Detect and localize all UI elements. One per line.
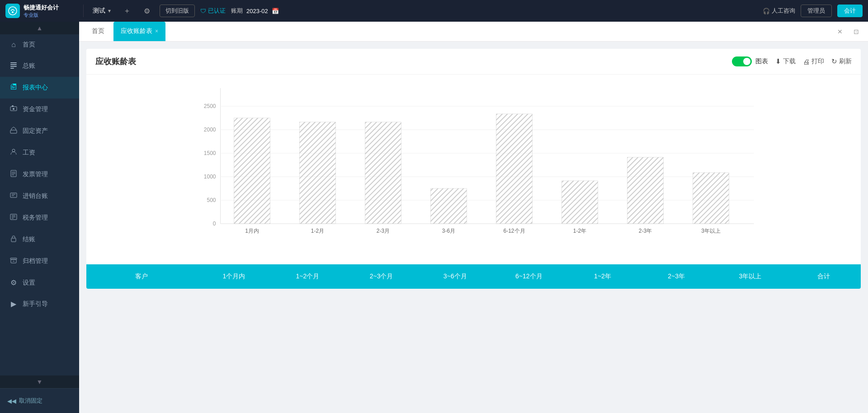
print-icon: 🖨 — [803, 58, 810, 66]
svg-rect-3 — [10, 64, 17, 65]
sidebar-item-label: 发票管理 — [23, 170, 48, 178]
headset-icon: 🎧 — [763, 8, 770, 14]
scroll-down-button[interactable]: ▼ — [0, 375, 79, 388]
sidebar-item-label: 工资 — [23, 149, 35, 157]
settings-icon[interactable]: ⚙ — [140, 4, 154, 18]
service-button[interactable]: 🎧 人工咨询 — [763, 7, 795, 15]
sidebar-item-salary[interactable]: 工资 — [0, 142, 79, 164]
svg-rect-37 — [431, 188, 467, 224]
sidebar-item-tax[interactable]: 税务管理 — [0, 207, 79, 229]
download-button[interactable]: ⬇ 下载 — [775, 57, 796, 66]
svg-rect-8 — [10, 130, 17, 133]
sidebar-bottom: ◀◀ 取消固定 — [0, 388, 79, 413]
svg-rect-31 — [234, 118, 270, 224]
report-header: 应收账龄表 图表 ⬇ 下载 🖨 — [86, 49, 861, 75]
salary-icon — [9, 148, 18, 157]
tab-receivable-aging[interactable]: 应收账龄表 × — [113, 22, 165, 41]
sidebar-item-label: 设置 — [23, 279, 35, 287]
svg-text:2-3年: 2-3年 — [639, 228, 652, 234]
sidebar-item-label: 新手引导 — [23, 300, 48, 308]
svg-text:1-2月: 1-2月 — [311, 228, 324, 234]
col-header-6-12month: 6~12个月 — [492, 264, 566, 289]
archive-icon — [9, 257, 18, 266]
col-header-3-6month: 3~6个月 — [418, 264, 492, 289]
svg-text:500: 500 — [207, 197, 216, 203]
svg-text:1-2年: 1-2年 — [573, 228, 586, 234]
logo-icon — [5, 4, 20, 18]
sidebar-item-label: 首页 — [23, 41, 35, 49]
col-header-1-2month: 1~2个月 — [271, 264, 344, 289]
svg-rect-5 — [10, 68, 14, 69]
sidebar-item-report[interactable]: 报表中心 — [0, 77, 79, 99]
svg-rect-43 — [627, 157, 664, 224]
svg-text:3-6月: 3-6月 — [442, 228, 455, 234]
main-layout: ▲ ⌂ 首页 总账 报表中心 资金管 — [0, 22, 868, 413]
tab-close-icon[interactable]: × — [155, 28, 158, 34]
svg-rect-4 — [10, 66, 17, 67]
sidebar-item-ledger[interactable]: 总账 — [0, 55, 79, 77]
refresh-button[interactable]: ↻ 刷新 — [831, 57, 852, 66]
calendar-icon[interactable]: 📅 — [272, 8, 279, 14]
sidebar-item-fixed-assets[interactable]: 固定资产 — [0, 120, 79, 142]
page-content: 应收账龄表 图表 ⬇ 下载 🖨 — [79, 42, 868, 413]
manager-button[interactable]: 管理员 — [801, 5, 832, 17]
assets-icon — [9, 127, 18, 136]
sidebar-item-closing[interactable]: 结账 — [0, 229, 79, 250]
cancel-fixed-button[interactable]: ◀◀ 取消固定 — [0, 392, 79, 409]
sidebar-item-label: 报表中心 — [23, 84, 48, 92]
svg-text:1月内: 1月内 — [245, 228, 259, 234]
bar-chart: 0 500 1000 1500 2000 2500 — [95, 84, 852, 255]
old-version-button[interactable]: 切到旧版 — [160, 5, 195, 17]
refresh-icon: ↻ — [831, 57, 837, 66]
tab-home[interactable]: 首页 — [85, 22, 112, 41]
guide-icon: ▶ — [9, 300, 18, 308]
col-header-3year-plus: 3年以上 — [713, 264, 787, 289]
sidebar-item-home[interactable]: ⌂ 首页 — [0, 34, 79, 55]
content-area: 首页 应收账龄表 × ✕ ⊡ 应收账龄表 — [79, 22, 868, 413]
sidebar-item-invoice[interactable]: 发票管理 — [0, 164, 79, 185]
svg-rect-2 — [10, 62, 17, 63]
logo-text: 畅捷通好会计 专业版 — [24, 4, 59, 19]
svg-text:2-3月: 2-3月 — [377, 228, 390, 234]
sidebar-item-settings[interactable]: ⚙ 设置 — [0, 272, 79, 293]
col-header-total: 合计 — [787, 264, 861, 289]
tab-bar: 首页 应收账龄表 × ✕ ⊡ — [79, 22, 868, 42]
accountant-button[interactable]: 会计 — [837, 5, 863, 17]
pin-icon: ◀◀ — [7, 398, 16, 404]
chart-toggle[interactable] — [732, 56, 752, 66]
add-button[interactable]: ＋ — [120, 4, 134, 18]
sidebar-item-purchase[interactable]: 进销台账 — [0, 185, 79, 207]
svg-rect-35 — [365, 122, 401, 224]
svg-rect-45 — [693, 173, 729, 224]
tab-bar-right: ✕ ⊡ — [834, 25, 863, 38]
svg-text:2500: 2500 — [204, 103, 216, 109]
expand-window-button[interactable]: ⊡ — [850, 25, 863, 38]
home-icon: ⌂ — [9, 41, 18, 49]
svg-rect-41 — [562, 181, 598, 224]
company-selector[interactable]: 测试 ▾ — [89, 5, 114, 17]
sidebar-item-archive[interactable]: 归档管理 — [0, 250, 79, 272]
svg-text:3年以上: 3年以上 — [701, 228, 721, 234]
sidebar-item-label: 税务管理 — [23, 214, 48, 222]
report-container: 应收账龄表 图表 ⬇ 下载 🖨 — [86, 49, 861, 289]
sidebar-item-label: 进销台账 — [23, 192, 48, 200]
svg-text:2000: 2000 — [204, 127, 216, 133]
top-header: 畅捷通好会计 专业版 测试 ▾ ＋ ⚙ 切到旧版 🛡 已认证 账期 2023-0… — [0, 0, 868, 22]
certified-badge: 🛡 已认证 — [200, 7, 226, 15]
sidebar-item-capital[interactable]: 资金管理 — [0, 99, 79, 120]
company-name: 测试 — [93, 7, 105, 15]
print-button[interactable]: 🖨 打印 — [803, 57, 824, 66]
download-icon: ⬇ — [775, 57, 781, 66]
scroll-up-button[interactable]: ▲ — [0, 22, 79, 34]
close-window-button[interactable]: ✕ — [834, 25, 846, 38]
shield-icon: 🛡 — [200, 8, 206, 14]
header-right: 🎧 人工咨询 管理员 会计 — [763, 5, 863, 17]
settings-gear-icon: ⚙ — [9, 278, 18, 287]
svg-rect-13 — [11, 238, 16, 242]
svg-text:1500: 1500 — [204, 150, 216, 156]
purchase-icon — [9, 192, 18, 201]
svg-point-0 — [9, 7, 17, 15]
sidebar-item-guide[interactable]: ▶ 新手引导 — [0, 293, 79, 314]
sidebar-scroll: ⌂ 首页 总账 报表中心 资金管理 — [0, 34, 79, 375]
capital-icon — [9, 105, 18, 114]
